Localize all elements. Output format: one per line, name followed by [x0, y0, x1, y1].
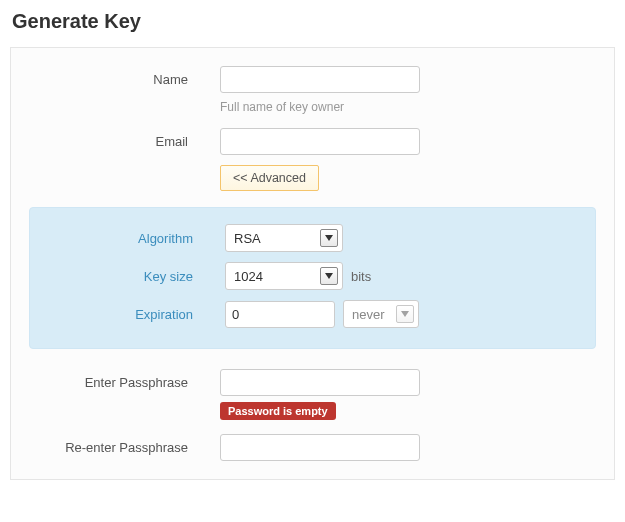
email-label: Email [29, 134, 204, 149]
key-size-value: 1024 [234, 269, 320, 284]
generate-key-form: Name Full name of key owner Email << Adv… [10, 47, 615, 480]
expiration-unit-value: never [352, 307, 396, 322]
advanced-toggle-button[interactable]: << Advanced [220, 165, 319, 191]
expiration-unit-select[interactable]: never [343, 300, 419, 328]
expiration-label: Expiration [34, 307, 209, 322]
algorithm-value: RSA [234, 231, 320, 246]
algorithm-select[interactable]: RSA [225, 224, 343, 252]
passphrase-input[interactable] [220, 369, 420, 396]
chevron-down-icon [320, 267, 338, 285]
algorithm-label: Algorithm [34, 231, 209, 246]
key-size-suffix: bits [351, 269, 371, 284]
name-label: Name [29, 72, 204, 87]
expiration-input[interactable] [225, 301, 335, 328]
key-size-label: Key size [34, 269, 209, 284]
name-hint: Full name of key owner [220, 100, 344, 114]
passphrase-label: Enter Passphrase [29, 375, 204, 390]
name-input[interactable] [220, 66, 420, 93]
passphrase-error-badge: Password is empty [220, 402, 336, 420]
advanced-panel: Algorithm RSA Key size 1024 bits Expirat… [29, 207, 596, 349]
passphrase2-label: Re-enter Passphrase [29, 440, 204, 455]
passphrase2-input[interactable] [220, 434, 420, 461]
email-input[interactable] [220, 128, 420, 155]
chevron-down-icon [320, 229, 338, 247]
key-size-select[interactable]: 1024 [225, 262, 343, 290]
page-title: Generate Key [12, 10, 615, 33]
chevron-down-icon [396, 305, 414, 323]
